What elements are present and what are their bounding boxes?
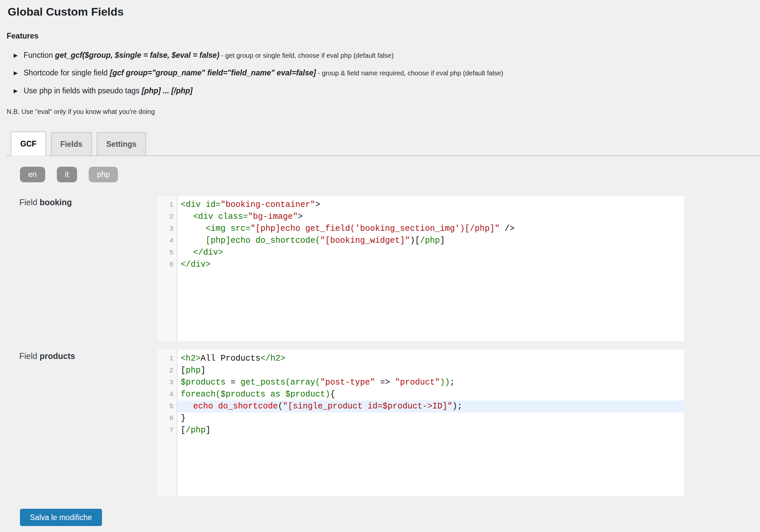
feature-desc: - group & field name required, choose if… — [316, 69, 503, 77]
line-number: 6 — [157, 259, 177, 271]
code-line: </div> — [177, 247, 684, 259]
field-label-prefix: Field — [19, 351, 40, 361]
line-number: 2 — [157, 211, 177, 223]
tab-bar: GCFFieldsSettings — [7, 132, 760, 156]
disclosure-arrow-icon[interactable]: ▶ — [14, 88, 24, 95]
feature-code: [php] ... [/php] — [142, 86, 192, 95]
line-number: 5 — [157, 400, 177, 412]
line-number: 3 — [157, 377, 177, 389]
code-line: </div> — [177, 259, 684, 271]
features-list: ▶Function get_gcf($group, $single = fals… — [0, 50, 760, 96]
features-heading: Features — [7, 32, 760, 41]
line-number-gutter: 1234567 — [157, 350, 177, 496]
code-line: <div class="bg-image"> — [177, 211, 684, 223]
line-number: 3 — [157, 223, 177, 235]
feature-lead: Shortcode for single field — [24, 68, 110, 77]
code-area: <div id="booking-container"> <div class=… — [177, 196, 684, 341]
code-line: [php] — [177, 365, 684, 377]
feature-lead: Use php in fields with pseudo tags — [24, 86, 142, 95]
code-line: $products = get_posts(array("post-type" … — [177, 377, 684, 389]
tab-gcf[interactable]: GCF — [11, 132, 46, 156]
feature-item: ▶Function get_gcf($group, $single = fals… — [14, 50, 760, 60]
lang-button-php[interactable]: php — [89, 167, 118, 182]
feature-code: [gcf group="group_name" field="field_nam… — [110, 68, 316, 77]
field-label-booking: Field booking — [19, 196, 157, 341]
code-editor-booking[interactable]: 123456<div id="booking-container"> <div … — [157, 196, 684, 341]
page-title: Global Custom Fields — [8, 5, 760, 19]
page: Global Custom Fields Features ▶Function … — [0, 5, 760, 532]
code-line: <h2>All Products</h2> — [177, 353, 684, 365]
tab-settings[interactable]: Settings — [97, 132, 146, 155]
field-label-name: products — [40, 351, 75, 361]
line-number: 7 — [157, 424, 177, 436]
tab-fields[interactable]: Fields — [51, 132, 92, 155]
line-number: 1 — [157, 353, 177, 365]
code-line: foreach($products as $product){ — [177, 389, 684, 400]
save-button[interactable]: Salva le modifiche — [20, 509, 102, 526]
fields-container: Field booking123456<div id="booking-cont… — [0, 196, 760, 496]
field-label-name: booking — [40, 198, 72, 207]
code-editor-products[interactable]: 1234567<h2>All Products</h2>[php]$produc… — [157, 350, 684, 496]
line-number: 4 — [157, 389, 177, 400]
line-number: 2 — [157, 365, 177, 377]
code-line: <div id="booking-container"> — [177, 199, 684, 211]
feature-code: get_gcf($group, $single = false, $eval =… — [55, 51, 220, 59]
disclosure-arrow-icon[interactable]: ▶ — [14, 70, 24, 77]
line-number: 4 — [157, 235, 177, 247]
feature-item: ▶Use php in fields with pseudo tags [php… — [14, 86, 760, 96]
disclosure-arrow-icon[interactable]: ▶ — [14, 52, 24, 59]
feature-item: ▶Shortcode for single field [gcf group="… — [14, 68, 760, 78]
line-number: 6 — [157, 412, 177, 424]
code-line: echo do_shortcode("[single_product id=$p… — [177, 400, 684, 412]
line-number-gutter: 123456 — [157, 196, 177, 341]
lang-button-en[interactable]: en — [20, 167, 45, 182]
feature-lead: Function — [24, 51, 55, 59]
code-area: <h2>All Products</h2>[php]$products = ge… — [177, 350, 684, 496]
field-row: Field products1234567<h2>All Products</h… — [0, 350, 760, 496]
line-number: 1 — [157, 199, 177, 211]
code-line: } — [177, 412, 684, 424]
code-line: <img src="[php]echo get_field('booking_s… — [177, 223, 684, 235]
code-line: [/php] — [177, 424, 684, 436]
line-number: 5 — [157, 247, 177, 259]
field-label-products: Field products — [19, 350, 157, 496]
feature-desc: - get group or single field, choose if e… — [219, 52, 394, 59]
field-row: Field booking123456<div id="booking-cont… — [0, 196, 760, 341]
code-line: [php]echo do_shortcode("[booking_widget]… — [177, 235, 684, 247]
field-label-prefix: Field — [19, 198, 40, 207]
lang-button-it[interactable]: it — [57, 167, 77, 182]
language-buttons: enitphp — [20, 167, 760, 182]
eval-note: N.B. Use "eval" only if you know what yo… — [7, 108, 760, 116]
